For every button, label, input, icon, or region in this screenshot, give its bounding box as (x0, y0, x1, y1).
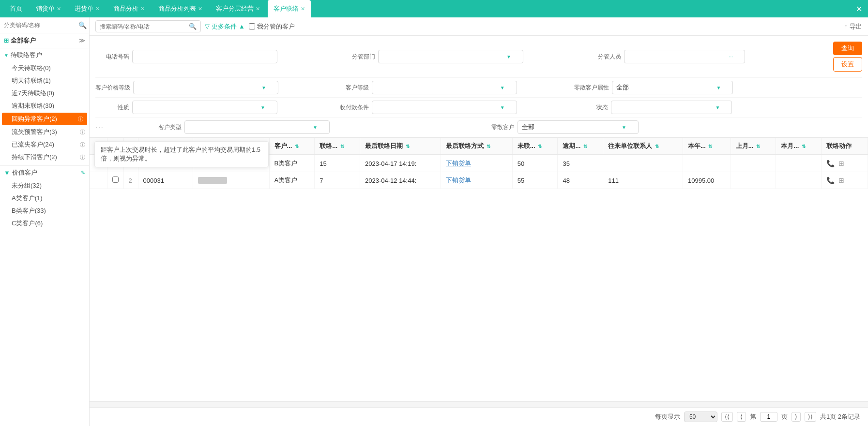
row1-this-month (776, 155, 822, 172)
next-page-btn[interactable]: ⟩ (792, 412, 801, 422)
horizontal-scrollbar[interactable] (90, 401, 868, 407)
nav-tab-product-list[interactable]: 商品分析列表 ✕ (152, 0, 208, 17)
per-page-select[interactable]: 50 100 200 (684, 411, 717, 422)
nature-select[interactable]: ▼ (132, 101, 277, 114)
price-level-select[interactable]: ▼ (133, 81, 278, 94)
cust-type-select[interactable]: ▼ (184, 120, 330, 134)
export-icon: ↑ (844, 23, 848, 30)
pending-contact-group[interactable]: ▼ 待联络客户 (0, 48, 89, 62)
row2-last-method: 下销货单 (441, 172, 512, 189)
nav-tab-customer-segment[interactable]: 客户分层经营 ✕ (210, 0, 266, 17)
value-customer-group[interactable]: ▼ 价值客户 ✎ (0, 165, 89, 179)
row1-last-date: 2023-04-17 14:19: (360, 155, 441, 172)
price-level-label: 客户价格等级 (95, 84, 130, 92)
sidebar-item-repurchase-abnormal[interactable]: 回购异常客户(2) ⓘ (2, 113, 87, 125)
sidebar-item-today[interactable]: 今天待联络(0) (0, 62, 89, 74)
dept-select[interactable]: ▼ (378, 50, 523, 63)
search-input[interactable] (100, 23, 187, 30)
first-page-btn[interactable]: ⟨⟨ (721, 412, 733, 422)
row1-phone-icon[interactable]: 📞 (826, 160, 835, 167)
export-button[interactable]: ↑ 导出 (844, 22, 862, 31)
sidebar-item-churned[interactable]: 已流失客户(24) ⓘ (0, 138, 89, 151)
close-purchase-tab[interactable]: ✕ (95, 6, 100, 12)
category-col-header[interactable]: 客户... ⇅ (269, 138, 315, 155)
this-month-col-header[interactable]: 本月... ⇅ (776, 138, 822, 155)
my-customer-checkbox[interactable]: 我分管的客户 (249, 22, 295, 31)
sidebar-item-c-class[interactable]: C类客户(6) (0, 217, 89, 230)
close-sales-tab[interactable]: ✕ (57, 6, 61, 12)
nav-tab-product-analysis[interactable]: 商品分析 ✕ (107, 0, 151, 17)
row1-uncontacted: 50 (512, 155, 558, 172)
table-wrapper[interactable]: ⚙ 客户编码 ⇅ 客户名称 ⇅ (90, 138, 868, 401)
year-sort-icon: ⇅ (708, 144, 712, 149)
per-page-label: 每页显示 (655, 412, 680, 421)
query-button[interactable]: 查询 (833, 42, 862, 55)
last-method-col-header[interactable]: 最后联络方式 ⇅ (441, 138, 512, 155)
search-bar-icon: 🔍 (189, 23, 197, 30)
payment-label: 收付款条件 (335, 103, 369, 112)
my-customer-check[interactable] (249, 23, 255, 29)
page-number-input[interactable] (760, 412, 777, 422)
expand-arrow-icon: ▼ (4, 53, 9, 58)
expand-arrow-value: ▼ (4, 169, 10, 176)
sidebar-item-overdue[interactable]: 逾期未联络(30) (0, 100, 89, 112)
sidebar-item-ungraded[interactable]: 未分组(32) (0, 179, 89, 192)
close-contact-tab[interactable]: ✕ (301, 6, 305, 12)
sidebar-item-7days[interactable]: 近7天待联络(0) (0, 87, 89, 100)
content-area: 🔍 ▽ 更多条件 ▲ 我分管的客户 ↑ 导出 电话号码 (90, 17, 868, 426)
uncontacted-col-header[interactable]: 未联... ⇅ (512, 138, 558, 155)
last-date-col-header[interactable]: 最后联络日期 ⇅ (360, 138, 441, 155)
nav-tab-purchase[interactable]: 进货单 ✕ (69, 0, 106, 17)
sidebar-search-icon[interactable]: 🔍 (78, 21, 87, 29)
sidebar-item-declining[interactable]: 持续下滑客户(2) ⓘ (0, 151, 89, 163)
nav-tab-home[interactable]: 首页 (4, 0, 28, 17)
row1-contact: 15 (315, 155, 360, 172)
nav-tab-sales[interactable]: 销货单 ✕ (30, 0, 67, 17)
edit-value-icon[interactable]: ✎ (81, 170, 85, 176)
phone-input[interactable] (132, 50, 277, 63)
status-select[interactable]: ▼ (611, 101, 732, 114)
more-conditions-btn[interactable]: ▽ 更多条件 ▲ (205, 22, 245, 31)
sidebar-item-b-class[interactable]: B类客户(33) (0, 205, 89, 217)
sidebar-collapse-btn[interactable]: ≫ (79, 37, 85, 44)
settings-button[interactable]: 设置 (833, 57, 862, 72)
row1-method-link[interactable]: 下销货单 (446, 160, 471, 167)
this-year-col-header[interactable]: 本年... ⇅ (683, 138, 731, 155)
row2-code: 000031 (138, 172, 193, 189)
row2-settings (90, 172, 107, 189)
row2-more-icon[interactable]: ⊞ (838, 176, 844, 184)
close-product-list-tab[interactable]: ✕ (198, 6, 202, 12)
nav-tab-customer-contact[interactable]: 客户联络 ✕ (268, 0, 311, 17)
sidebar-item-tomorrow[interactable]: 明天待联络(1) (0, 74, 89, 87)
overdue-col-header[interactable]: 逾期... ⇅ (558, 138, 603, 155)
window-close-button[interactable]: ✕ (856, 4, 862, 14)
filter-row-3: 性质 ▼ 收付款条件 ▼ 状态 (95, 98, 862, 118)
cust-level-select[interactable]: ▼ (372, 81, 517, 94)
last-page-btn[interactable]: ⟩⟩ (805, 412, 816, 422)
sidebar-search-input[interactable] (4, 22, 76, 29)
more-fields-dots[interactable]: ··· (95, 123, 104, 131)
row2-unit-contacts: 111 (603, 172, 683, 189)
sidebar-item-a-class[interactable]: A类客户(1) (0, 192, 89, 205)
prev-page-btn[interactable]: ⟨ (737, 412, 746, 422)
scattered2-select[interactable]: 全部 ▼ (518, 120, 639, 134)
payment-select[interactable]: ▼ (372, 101, 517, 114)
row2-category: A类客户 (269, 172, 315, 189)
action-buttons: 查询 设置 (833, 39, 862, 74)
row2-select-checkbox[interactable] (112, 176, 119, 183)
cust-type-label: 客户类型 (148, 123, 182, 132)
sidebar-item-churn-warning[interactable]: 流失预警客户(3) ⓘ (0, 126, 89, 138)
manager-select[interactable]: ··· (624, 50, 745, 63)
row2-phone-icon[interactable]: 📞 (826, 176, 835, 184)
close-segment-tab[interactable]: ✕ (256, 6, 260, 12)
row1-more-icon[interactable]: ⊞ (838, 160, 844, 167)
filter-department: 分管部门 ▼ (341, 50, 583, 63)
unit-contacts-col-header[interactable]: 往来单位联系人 ⇅ (603, 138, 683, 155)
last-month-col-header[interactable]: 上月... ⇅ (731, 138, 776, 155)
close-product-analysis-tab[interactable]: ✕ (140, 6, 145, 12)
scattered-select[interactable]: 全部 ▼ (612, 81, 733, 94)
contact-col-header[interactable]: 联络... ⇅ (315, 138, 360, 155)
row2-method-link[interactable]: 下销货单 (446, 176, 471, 184)
cust-level-chevron: ▼ (500, 85, 505, 90)
filter-scattered2: 零散客户 全部 ▼ (481, 120, 810, 134)
